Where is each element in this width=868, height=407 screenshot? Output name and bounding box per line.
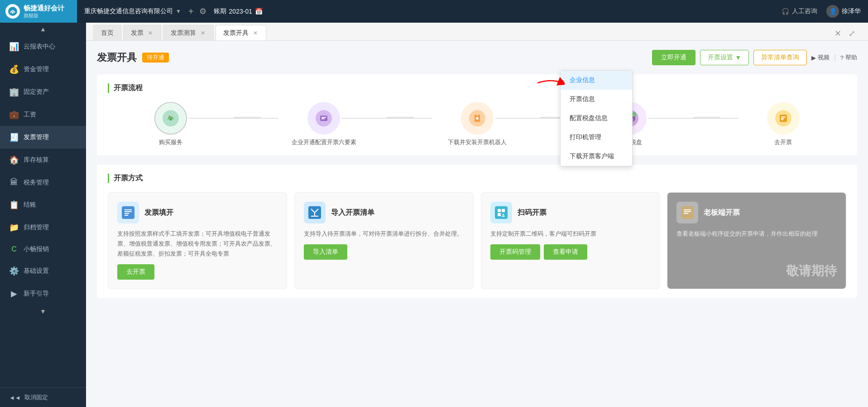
- sidebar-item-inventory[interactable]: 🏠 库存核算: [0, 149, 86, 171]
- import-card-icon: [304, 202, 326, 223]
- settings-dropdown: 企业信息 开票信息 配置税盘信息 打印机管理 下载开票客户端: [560, 70, 633, 166]
- logo-area: 畅捷通好会计 旗舰版: [0, 0, 77, 23]
- help-btn[interactable]: ? 帮助: [840, 53, 857, 62]
- settings-sidebar-icon: ⚙️: [9, 266, 19, 276]
- sidebar-label-archive: 归档管理: [24, 223, 49, 232]
- invoice-icon: 🧾: [9, 132, 19, 142]
- billing-card-scan-header: 扫码开票: [490, 202, 651, 223]
- sidebar-scroll-down[interactable]: ▼: [0, 305, 86, 318]
- flow-step-5: 去开票: [720, 102, 846, 146]
- maximize-btn[interactable]: ⤢: [847, 27, 857, 40]
- import-card-desc: 支持导入待开票清单，可对待开票清单进行拆分、合并处理。: [304, 229, 464, 239]
- tab-invoice-open-label: 发票开具: [223, 29, 249, 37]
- svg-rect-31: [495, 206, 508, 219]
- sidebar-label-guide: 新手引导: [24, 290, 49, 298]
- tab-invoice-label: 发票: [131, 29, 144, 37]
- pin-icon: ◄◄: [9, 394, 21, 401]
- flow-step-2: 企业开通配置开票六要素: [261, 102, 387, 146]
- sidebar-item-invoice[interactable]: 🧾 发票管理: [0, 126, 86, 149]
- import-card-title: 导入开票清单: [331, 208, 374, 218]
- cancel-fixed[interactable]: ◄◄ 取消固定: [0, 388, 86, 407]
- view-apply-btn[interactable]: 查看申请: [544, 244, 587, 260]
- sidebar-item-payroll[interactable]: 💼 工资: [0, 103, 86, 126]
- coming-soon-overlay: 敬请期待: [786, 262, 837, 280]
- settings-btn[interactable]: 开票设置 ▼: [700, 50, 749, 65]
- tab-invoice-test-close[interactable]: ✕: [200, 29, 206, 37]
- svg-point-11: [476, 117, 479, 120]
- main-layout: ▲ 📊 云报表中心 💰 资金管理 🏢 固定资产 💼 工资 🧾 发票管理 🏠 库存…: [0, 23, 868, 407]
- video-btn[interactable]: ▶ 视频: [811, 53, 830, 62]
- sidebar-item-fund[interactable]: 💰 资金管理: [0, 58, 86, 81]
- settings-icon[interactable]: ⚙: [199, 6, 206, 16]
- activate-btn[interactable]: 立即开通: [652, 50, 695, 65]
- sidebar-item-settings[interactable]: ⚙️ 基础设置: [0, 260, 86, 282]
- sidebar-item-fixed-assets[interactable]: 🏢 固定资产: [0, 81, 86, 103]
- sidebar-item-guide[interactable]: ▶ 新手引导: [0, 282, 86, 305]
- close-window-btn[interactable]: ✕: [833, 27, 843, 40]
- top-actions: + ⚙: [188, 6, 206, 17]
- dropdown-tax-config[interactable]: 配置税盘信息: [561, 109, 632, 128]
- dropdown-company-info[interactable]: 企业信息: [561, 71, 632, 90]
- tab-invoice-open-close[interactable]: ✕: [252, 29, 259, 37]
- user-info[interactable]: 👤 徐泽华: [826, 5, 861, 18]
- svg-point-4: [168, 116, 170, 117]
- sidebar-item-tax[interactable]: 🏛 税务管理: [0, 171, 86, 194]
- page-content: 发票开具 待开通 立即开通 开票设置 ▼ 异常清单查询 ▶ 视频 |: [86, 41, 868, 407]
- scan-card-desc: 支持定制开票二维码，客户端可扫码开票: [490, 229, 651, 239]
- tab-invoice-open[interactable]: 发票开具 ✕: [216, 25, 266, 40]
- step-icon-2: [307, 102, 340, 135]
- sidebar-label-settings: 基础设置: [24, 267, 49, 275]
- payroll-icon: 💼: [9, 110, 19, 120]
- user-avatar: 👤: [826, 5, 839, 18]
- svg-point-1: [12, 12, 14, 14]
- content-area: 首页 发票 ✕ 发票测算 ✕ 发票开具 ✕ ✕ ⤢: [86, 23, 868, 407]
- qrcode-manage-btn[interactable]: 开票码管理: [490, 244, 540, 260]
- flow-section: 开票流程 购买服务: [97, 74, 857, 155]
- settlement-icon: 📋: [9, 200, 19, 210]
- sidebar-item-settlement[interactable]: 📋 结账: [0, 194, 86, 216]
- billing-card-scan: 扫码开票 支持定制开票二维码，客户端可扫码开票 开票码管理 查看申请: [481, 192, 660, 289]
- sidebar-label-payroll: 工资: [24, 111, 36, 119]
- logo-sub: 旗舰版: [24, 12, 64, 19]
- logo-icon: [5, 4, 20, 19]
- add-icon[interactable]: +: [188, 6, 194, 17]
- tab-home[interactable]: 首页: [93, 25, 121, 40]
- logo-text: 畅捷通好会计: [24, 4, 64, 12]
- headset-icon: 🎧: [782, 8, 789, 15]
- fund-icon: 💰: [9, 64, 19, 74]
- tab-bar: 首页 发票 ✕ 发票测算 ✕ 发票开具 ✕ ✕ ⤢: [86, 23, 868, 41]
- sidebar-label-fund: 资金管理: [24, 65, 49, 73]
- company-dropdown-icon: ▼: [176, 8, 181, 15]
- exception-btn[interactable]: 异常清单查询: [753, 50, 807, 65]
- sidebar-item-archive[interactable]: 📁 归档管理: [0, 216, 86, 239]
- tab-invoice-test[interactable]: 发票测算 ✕: [163, 25, 214, 40]
- period-label: 账期: [214, 7, 226, 15]
- import-btn[interactable]: 导入清单: [304, 244, 347, 260]
- tab-invoice-test-label: 发票测算: [171, 29, 196, 37]
- cancel-fixed-label: 取消固定: [24, 393, 48, 402]
- dropdown-download-client[interactable]: 下载开票客户端: [561, 147, 632, 166]
- sidebar-item-cloud-report[interactable]: 📊 云报表中心: [0, 35, 86, 58]
- user-service[interactable]: 🎧 人工咨询: [782, 7, 817, 15]
- guide-icon: ▶: [9, 289, 19, 299]
- sidebar-item-report[interactable]: C 小畅报销: [0, 239, 86, 260]
- boss-card-desc: 查看老板端小程序提交的开票申请，并作出相应的处理: [676, 229, 837, 239]
- step-label-2: 企业开通配置开票六要素: [292, 138, 356, 146]
- tab-invoice-close[interactable]: ✕: [147, 29, 153, 37]
- calendar-icon[interactable]: 📅: [255, 8, 263, 15]
- sidebar-label-fixed-assets: 固定资产: [24, 88, 49, 96]
- sidebar-scroll-up[interactable]: ▲: [0, 23, 86, 35]
- tab-invoice[interactable]: 发票 ✕: [123, 25, 161, 40]
- page-header: 发票开具 待开通 立即开通 开票设置 ▼ 异常清单查询 ▶ 视频 |: [97, 50, 857, 65]
- sidebar-label-settlement: 结账: [24, 201, 36, 209]
- dropdown-invoice-info[interactable]: 开票信息: [561, 90, 632, 109]
- dropdown-printer[interactable]: 打印机管理: [561, 128, 632, 147]
- red-arrow-indicator: [537, 76, 565, 93]
- fill-invoice-btn[interactable]: 去开票: [117, 264, 154, 280]
- header-actions: 立即开通 开票设置 ▼ 异常清单查询 ▶ 视频 | ? 帮助: [652, 50, 857, 65]
- top-bar: 畅捷通好会计 旗舰版 重庆畅捷交通信息咨询有限公司 ▼ + ⚙ 账期 2023-…: [0, 0, 868, 23]
- flow-step-1: 购买服务: [108, 102, 234, 146]
- company-selector[interactable]: 重庆畅捷交通信息咨询有限公司 ▼: [84, 7, 181, 15]
- billing-card-import-header: 导入开票清单: [304, 202, 464, 223]
- period-info: 账期 2023-01 📅: [214, 7, 263, 15]
